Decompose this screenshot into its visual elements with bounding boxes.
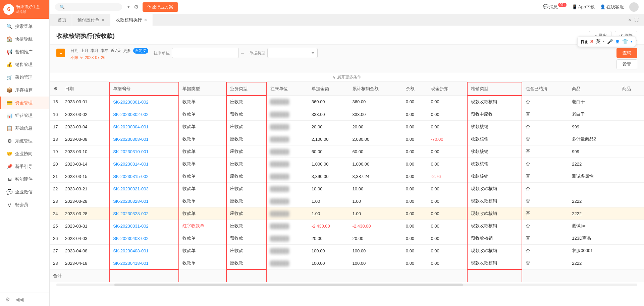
tab-receipt-close[interactable]: ✕: [144, 18, 147, 22]
table-row: 252023-03-31SK-20230331-002红字收款单应收款█████…: [50, 220, 644, 232]
hardware-icon: 🖥: [6, 176, 12, 182]
bill-no-link[interactable]: SK-20230301-002: [113, 100, 149, 105]
footer-bill-type: [179, 269, 226, 282]
sidebar-item-quicknav[interactable]: 🏠 快捷导航: [0, 33, 49, 46]
float-shirt-icon[interactable]: 👕: [622, 39, 628, 44]
sidebar-item-basic[interactable]: 📋 基础信息: [0, 122, 49, 135]
filter-unit-group: 往来单位 ···: [154, 48, 244, 58]
topbar-search-box[interactable]: 🔍: [55, 3, 122, 11]
bill-no-link[interactable]: SK-20230403-002: [113, 236, 149, 241]
th-settings[interactable]: ⚙: [50, 82, 62, 96]
solution-button[interactable]: 体验行业方案: [143, 2, 178, 12]
bill-no-link[interactable]: SK-20230314-001: [113, 162, 149, 167]
footer-unit: [267, 269, 308, 282]
footer-included: [522, 269, 569, 282]
th-goods2: 商品: [619, 82, 644, 96]
bill-no-link[interactable]: SK-20230331-002: [113, 224, 149, 229]
topbar-search-icon: 🔍: [60, 5, 65, 9]
th-unit: 往来单位: [267, 82, 308, 96]
sidebar-item-hardware[interactable]: 🖥 智能硬件: [0, 173, 49, 186]
bill-no-link[interactable]: SK-20230310-001: [113, 149, 149, 154]
sidebar-item-marketing[interactable]: 📢 营销推广: [0, 46, 49, 58]
tab-prepay[interactable]: 预付应付单 ✕: [72, 14, 110, 26]
sidebar-item-search[interactable]: 🔍 搜索菜单: [0, 20, 49, 33]
footer-goods1: [569, 269, 619, 282]
sidebar-item-purchase-label: 采购管理: [15, 74, 33, 80]
bill-type-select[interactable]: [267, 48, 318, 58]
table-footer-row: 合计: [50, 269, 644, 282]
tab-prepay-close[interactable]: ✕: [101, 18, 105, 22]
float-dot-icon[interactable]: ·: [603, 39, 604, 44]
sidebar-item-sales[interactable]: 💰 销售管理: [0, 58, 49, 71]
table-row: 272023-04-08SK-20230408-001收款单应收款██████1…: [50, 245, 644, 257]
close-window-icon[interactable]: ✕: [628, 17, 632, 22]
app-icon: 📱: [572, 4, 577, 9]
date-this-month[interactable]: 本月: [91, 48, 99, 54]
date-custom[interactable]: 自定义: [133, 48, 148, 54]
sidebar-item-operation[interactable]: 📊 经营管理: [0, 109, 49, 122]
expand-conditions-button[interactable]: ∨ 展开更多条件: [333, 74, 361, 80]
horizontal-scrollbar[interactable]: [56, 284, 637, 286]
bill-no-link[interactable]: SK-20230315-002: [113, 174, 149, 179]
maximize-icon[interactable]: ⛶: [634, 17, 639, 22]
chevron-down-icon[interactable]: ▾: [127, 4, 130, 9]
topbar-actions: 💬 消息 99+ 📱 App下载 👤 在线客服: [543, 2, 639, 12]
float-square-icon[interactable]: ▪: [631, 39, 632, 44]
table-row: 192023-03-10SK-20230310-001收款单应收款██████6…: [50, 145, 644, 158]
sidebar-item-system[interactable]: ⚙ 系统管理: [0, 135, 49, 147]
footer-balance: [402, 269, 428, 282]
float-text-icon[interactable]: 英: [596, 39, 600, 45]
filter-date-row: 日期 上月 本月 本年 近7天 更多 自定义: [70, 48, 148, 54]
sidebar-item-member[interactable]: V 畅会员: [0, 198, 49, 211]
user-avatar[interactable]: [629, 2, 639, 12]
bill-no-link[interactable]: SK-20230308-001: [113, 137, 149, 142]
sidebar-item-guide[interactable]: 📌 新手引导: [0, 160, 49, 173]
bill-no-link[interactable]: SK-20230418-001: [113, 261, 149, 266]
footer-bill-no: [109, 269, 179, 282]
sidebar-item-inventory[interactable]: 📦 库存核算: [0, 84, 49, 97]
online-service[interactable]: 👤 在线客服: [600, 4, 624, 10]
sidebar-item-finance[interactable]: 💳 资金管理: [0, 97, 49, 109]
table-footer: 合计: [50, 269, 644, 282]
sidebar-item-enterprise[interactable]: 🤝 企业协同: [0, 147, 49, 160]
table-row: 152023-03-01SK-20230301-002收款单应收款██████3…: [50, 96, 644, 108]
float-grid-icon[interactable]: ⊞: [615, 39, 620, 44]
bill-no-link[interactable]: SK-20230328-001: [113, 199, 149, 204]
date-label: 日期: [70, 48, 78, 54]
unit-dots[interactable]: ···: [241, 50, 244, 57]
bill-no-link[interactable]: SK-20230408-001: [113, 248, 149, 253]
bill-no-link[interactable]: SK-20230302-002: [113, 112, 149, 117]
bill-no-link[interactable]: SK-20230328-002: [113, 211, 149, 216]
sidebar-item-wechat[interactable]: 💬 企业微信: [0, 186, 49, 198]
date-this-year[interactable]: 本年: [101, 48, 109, 54]
footer-biz-type: [226, 269, 267, 282]
app-download[interactable]: 📱 App下载: [572, 4, 595, 10]
bill-no-link[interactable]: SK-20230321-003: [113, 186, 149, 191]
sidebar-item-basic-label: 基础信息: [15, 125, 33, 131]
th-goods1: 商品: [569, 82, 619, 96]
footer-write-off: [349, 269, 402, 282]
filter-toggle-button[interactable]: »: [56, 49, 65, 57]
date-more[interactable]: 更多: [123, 48, 131, 54]
topbar-gear-icon[interactable]: ⚙: [134, 4, 139, 10]
settings-icon[interactable]: ⚙: [5, 296, 10, 303]
th-bill-type: 单据类型: [179, 82, 226, 96]
tab-receipt[interactable]: 收款核销执行 ✕: [110, 14, 153, 26]
date-last-month[interactable]: 上月: [80, 48, 89, 54]
home-icon: 🏠: [6, 36, 12, 42]
th-bill-no: 单据编号: [109, 82, 179, 96]
tab-home[interactable]: 首页: [52, 14, 72, 26]
scrollbar-thumb[interactable]: [114, 284, 463, 286]
date-7days[interactable]: 近7天: [111, 48, 121, 54]
setting-button[interactable]: 设置: [616, 59, 637, 69]
float-s-icon[interactable]: S: [590, 39, 593, 44]
bill-no-link[interactable]: SK-20230304-001: [113, 124, 149, 129]
data-table: ⚙ 日期 单据编号 单据类型 业务类型 往来单位 单据金额 累计核销金额 余额 …: [50, 82, 644, 282]
collapse-icon[interactable]: ◀◀: [15, 296, 23, 303]
message-area[interactable]: 💬 消息 99+: [543, 4, 567, 10]
unit-input[interactable]: [172, 48, 239, 58]
sidebar-item-purchase[interactable]: 🛒 采购管理: [0, 71, 49, 84]
sidebar-menu: 🔍 搜索菜单 🏠 快捷导航 📢 营销推广 💰 销售管理 🛒 采购管理 📦 库存核…: [0, 19, 49, 293]
float-mic-icon[interactable]: 🎤: [607, 39, 613, 44]
query-button[interactable]: 查询: [616, 48, 637, 58]
